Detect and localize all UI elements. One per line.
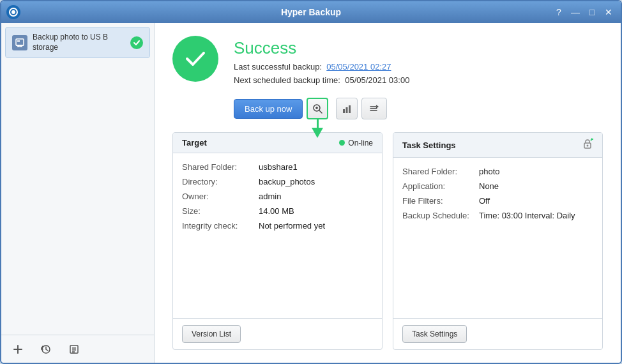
success-icon — [172, 36, 218, 82]
backup-task-icon — [12, 35, 27, 50]
value-directory: backup_photos — [259, 177, 315, 186]
sidebar-footer — [1, 335, 154, 363]
last-backup-line: Last successful backup: 05/05/2021 02:27 — [234, 62, 409, 72]
sidebar: Backup photo to US B storage — [1, 23, 155, 363]
minimize-button[interactable]: — — [568, 5, 582, 19]
table-row: Shared Folder: photo — [402, 164, 593, 179]
version-list-button[interactable]: Version List — [182, 325, 241, 343]
target-panel-footer: Version List — [173, 318, 382, 349]
settings-panel: Task Settings — [393, 132, 603, 350]
value-owner: admin — [259, 192, 281, 201]
table-row: Size: 14.00 MB — [182, 204, 373, 218]
maximize-button[interactable]: □ — [585, 5, 599, 19]
target-panel-body: Shared Folder: usbshare1 Directory: back… — [173, 153, 382, 318]
label-owner: Owner: — [182, 192, 259, 201]
back-up-now-button[interactable]: Back up now — [234, 99, 303, 119]
titlebar: Hyper Backup ? — □ ✕ — [1, 1, 621, 23]
window-controls: ? — □ ✕ — [552, 5, 616, 19]
svg-point-24 — [587, 145, 589, 147]
content-area: Backup photo to US B storage — [1, 23, 621, 363]
svg-rect-17 — [343, 109, 345, 113]
table-row: Application: None — [402, 179, 593, 193]
history-button[interactable] — [37, 340, 55, 358]
value-shared-folder-s: photo — [479, 167, 500, 176]
success-area: Success Last successful backup: 05/05/20… — [172, 36, 603, 85]
table-row: File Filters: Off — [402, 193, 593, 208]
value-integrity: Not performed yet — [259, 221, 325, 231]
svg-rect-19 — [349, 105, 351, 113]
online-status: On-line — [348, 139, 373, 148]
label-shared-folder-t: Shared Folder: — [182, 162, 259, 172]
main-window: Hyper Backup ? — □ ✕ — [0, 0, 622, 364]
next-backup-time: 05/05/2021 03:00 — [345, 75, 409, 85]
online-dot — [339, 140, 345, 146]
label-directory: Directory: — [182, 177, 259, 186]
label-application: Application: — [402, 181, 479, 191]
main-panel: Success Last successful backup: 05/05/20… — [155, 23, 621, 363]
svg-line-14 — [319, 110, 322, 113]
last-backup-time[interactable]: 05/05/2021 02:27 — [326, 62, 391, 72]
success-badge — [130, 36, 143, 49]
sidebar-list: Backup photo to US B storage — [1, 23, 154, 335]
label-shared-folder-s: Shared Folder: — [402, 167, 479, 176]
settings-panel-footer: Task Settings — [393, 318, 602, 349]
online-badge: On-line — [339, 139, 373, 148]
log-button[interactable] — [65, 340, 83, 358]
settings-panel-body: Shared Folder: photo Application: None F… — [393, 158, 602, 318]
info-panels: Target On-line Shared Folder: usbshare1 … — [172, 132, 603, 350]
sidebar-item-label: Backup photo to US B storage — [33, 33, 125, 52]
label-size: Size: — [182, 206, 259, 216]
value-file-filters: Off — [479, 196, 490, 206]
value-backup-schedule: Time: 03:00 Interval: Daily — [479, 211, 575, 220]
task-settings-button[interactable]: Task Settings — [402, 325, 467, 343]
close-button[interactable]: ✕ — [602, 5, 616, 19]
sidebar-item-backup[interactable]: Backup photo to US B storage — [5, 27, 150, 58]
label-backup-schedule: Backup Schedule: — [402, 211, 479, 220]
last-backup-label: Last successful backup: — [234, 62, 322, 72]
label-integrity: Integrity check: — [182, 221, 259, 231]
svg-rect-1 — [17, 40, 20, 42]
table-row: Integrity check: Not performed yet — [182, 218, 373, 233]
svg-rect-18 — [346, 107, 348, 113]
success-info: Success Last successful backup: 05/05/20… — [234, 36, 409, 85]
target-panel-title: Target — [182, 138, 207, 148]
value-size: 14.00 MB — [259, 206, 294, 216]
next-backup-line: Next scheduled backup time: 05/05/2021 0… — [234, 75, 409, 85]
table-row: Owner: admin — [182, 189, 373, 204]
lock-icon — [582, 138, 593, 152]
app-logo — [6, 5, 20, 19]
success-title: Success — [234, 38, 409, 58]
statistics-button[interactable] — [336, 98, 358, 119]
value-application: None — [479, 181, 499, 191]
settings-panel-title: Task Settings — [402, 140, 456, 150]
settings-panel-header: Task Settings — [393, 133, 602, 158]
table-row: Backup Schedule: Time: 03:00 Interval: D… — [402, 208, 593, 223]
add-task-button[interactable] — [9, 340, 27, 358]
window-title: Hyper Backup — [281, 7, 341, 17]
next-backup-label: Next scheduled backup time: — [234, 75, 340, 85]
action-bar: Back up now — [234, 98, 603, 119]
target-panel-header: Target On-line — [173, 133, 382, 153]
more-options-button[interactable] — [361, 98, 387, 119]
target-panel: Target On-line Shared Folder: usbshare1 … — [172, 132, 383, 350]
browse-backup-button[interactable] — [307, 98, 328, 119]
label-file-filters: File Filters: — [402, 196, 479, 206]
table-row: Shared Folder: usbshare1 — [182, 160, 373, 174]
table-row: Directory: backup_photos — [182, 174, 373, 189]
help-button[interactable]: ? — [552, 5, 566, 19]
value-shared-folder-t: usbshare1 — [259, 162, 298, 172]
